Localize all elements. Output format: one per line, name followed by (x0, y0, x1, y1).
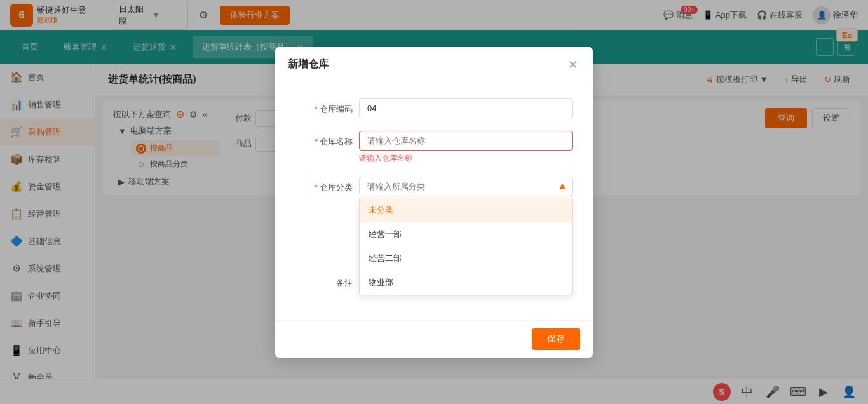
code-input[interactable] (359, 98, 573, 118)
dialog-header: 新增仓库 ✕ (275, 47, 593, 83)
code-label: 仓库编码 (295, 98, 353, 115)
dialog-footer: 保存 (275, 320, 593, 358)
form-row-category: 仓库分类 ▲ 未分类 经营一部 经营二部 物业部 (295, 177, 573, 196)
dialog-close-button[interactable]: ✕ (565, 57, 580, 72)
name-label: 仓库名称 (295, 131, 353, 147)
dropdown-item-2[interactable]: 经营二部 (360, 246, 572, 271)
name-error-msg: 请输入仓库名称 (359, 153, 573, 164)
category-input-wrapper: ▲ (359, 177, 573, 196)
dropdown-item-1[interactable]: 经营一部 (360, 222, 572, 246)
category-input[interactable] (359, 177, 573, 196)
category-toggle-button[interactable]: ▲ (557, 180, 567, 192)
modal-overlay[interactable]: 新增仓库 ✕ 仓库编码 仓库名称 请输入仓库名称 仓库分类 (0, 0, 868, 404)
dropdown-item-3[interactable]: 物业部 (360, 271, 572, 295)
save-button[interactable]: 保存 (532, 328, 580, 350)
category-control: ▲ 未分类 经营一部 经营二部 物业部 (359, 177, 573, 196)
code-control (359, 98, 573, 118)
new-warehouse-dialog: 新增仓库 ✕ 仓库编码 仓库名称 请输入仓库名称 仓库分类 (275, 47, 593, 358)
dialog-body: 仓库编码 仓库名称 请输入仓库名称 仓库分类 ▲ (275, 83, 593, 320)
form-row-name: 仓库名称 请输入仓库名称 (295, 131, 573, 164)
category-label: 仓库分类 (295, 177, 353, 193)
dialog-title: 新增仓库 (288, 58, 329, 71)
category-dropdown: 未分类 经营一部 经营二部 物业部 (359, 198, 573, 295)
name-input[interactable] (359, 131, 573, 151)
name-control: 请输入仓库名称 (359, 131, 573, 164)
form-row-code: 仓库编码 (295, 98, 573, 118)
dropdown-item-0[interactable]: 未分类 (360, 198, 572, 222)
note-label: 备注 (295, 273, 353, 289)
